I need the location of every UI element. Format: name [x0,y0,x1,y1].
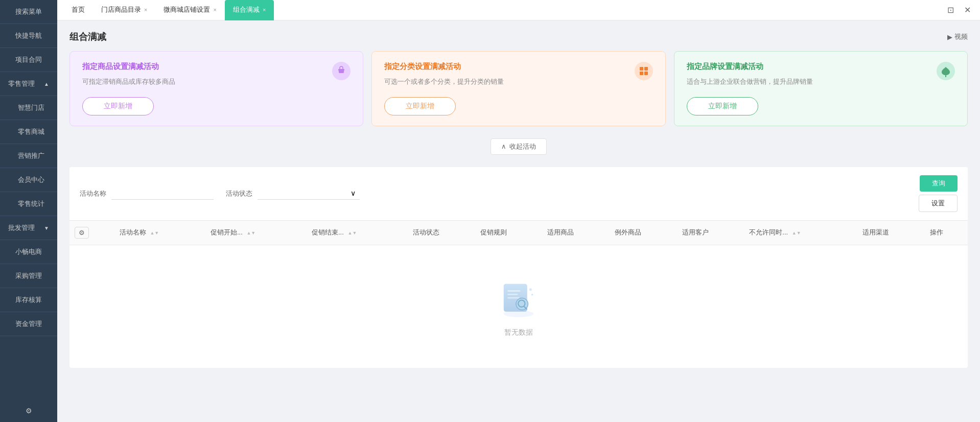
activity-name-input[interactable] [111,187,214,200]
sidebar-item-retail-stats[interactable]: 零售统计 [0,192,57,216]
search-form: 活动名称 活动状态 ∨ 查询 设置 [69,167,968,221]
sidebar-item-label: 快捷导航 [15,31,42,40]
tab-wechat-store-close[interactable]: × [213,7,216,13]
tab-combo-discount-close[interactable]: × [263,7,266,13]
category-card-add-button[interactable]: 立即新增 [384,97,456,115]
sidebar: 搜索菜单 快捷导航 项目合同 零售管理 ▲ 智慧门店 零售商城 营销推广 会员中… [0,0,57,422]
svg-rect-3 [644,67,648,71]
sidebar-item-project-contract[interactable]: 项目合同 [0,48,57,72]
tab-home-label: 首页 [72,5,85,14]
collapse-activity-button[interactable]: ∧ 收起活动 [491,138,547,155]
product-card-add-button[interactable]: 立即新增 [82,97,154,115]
sort-icon: ▲▼ [150,230,159,236]
activity-status-field: 活动状态 ∨ [226,187,360,200]
table-col-settings: ⚙ [69,221,114,245]
tab-store-catalog[interactable]: 门店商品目录 × [93,0,155,20]
col-no-concurrent-label: 不允许同时... [749,228,788,236]
category-activity-card: 指定分类设置满减活动 可选一个或者多个分类，提升分类的销量 立即新增 [371,51,665,126]
sort-icon: ▲▼ [347,230,357,236]
empty-text: 暂无数据 [80,328,958,337]
svg-rect-13 [507,297,519,298]
sidebar-settings[interactable]: ⚙ [0,400,57,422]
activity-cards: 指定商品设置满减活动 可指定滞销商品或库存较多商品 立即新增 指定分类设置满减活… [69,51,968,126]
tab-combo-discount[interactable]: 组合满减 × [225,0,274,20]
product-card-desc: 可指定滞销商品或库存较多商品 [82,77,351,87]
brand-card-add-button[interactable]: 立即新增 [687,97,758,115]
col-applicable-channel-label: 适用渠道 [862,228,889,236]
sidebar-item-retail-management[interactable]: 零售管理 ▲ [0,72,57,96]
sidebar-item-label: 零售管理 [8,79,35,88]
page-content: 组合满减 ▶ 视频 指定商品设置满减活动 可指定滞销商品或库存较多商品 [57,20,980,422]
col-promo-start-label: 促销开始... [211,228,243,236]
product-card-icon [332,62,351,84]
svg-rect-4 [640,72,643,75]
sidebar-item-retail-mall[interactable]: 零售商城 [0,120,57,144]
sidebar-item-label: 小畅电商 [15,247,42,256]
col-activity-status-label: 活动状态 [413,228,439,236]
table-col-promo-start: 促销开始... ▲▼ [205,221,307,245]
table-col-no-concurrent: 不允许同时... ▲▼ [744,221,857,245]
table-col-applicable-goods: 适用商品 [542,221,610,245]
sidebar-item-xiaochangec[interactable]: 小畅电商 [0,240,57,264]
sidebar-item-label: 批发管理 [8,223,35,232]
chevron-up-icon: ∧ [501,143,506,150]
sidebar-item-label: 零售商城 [18,127,44,136]
sidebar-item-marketing[interactable]: 营销推广 [0,144,57,168]
sidebar-item-fund-management[interactable]: 资金管理 [0,312,57,336]
query-button[interactable]: 查询 [920,175,958,192]
tab-wechat-store[interactable]: 微商城店铺设置 × [155,0,224,20]
col-activity-name-label: 活动名称 [120,228,146,236]
page-title: 组合满减 [69,31,106,43]
settings-button[interactable]: 设置 [919,195,958,212]
brand-card-icon [937,62,955,84]
data-table: ⚙ 活动名称 ▲▼ 促销开始... ▲▼ 促销结束... ▲▼ [69,221,968,368]
category-card-icon [635,62,653,84]
activity-name-label: 活动名称 [80,189,106,198]
table-col-activity-status: 活动状态 [408,221,475,245]
svg-rect-12 [507,294,518,295]
sidebar-item-label: 营销推广 [18,151,44,160]
table-col-excluded-goods: 例外商品 [610,221,677,245]
tab-home[interactable]: 首页 [63,0,93,20]
sidebar-item-member-center[interactable]: 会员中心 [0,168,57,192]
tab-bar: 首页 门店商品目录 × 微商城店铺设置 × 组合满减 × ⊡ ✕ [57,0,980,20]
sidebar-item-label: 会员中心 [18,175,44,184]
svg-rect-11 [507,290,520,292]
sidebar-item-inventory-calc[interactable]: 库存核算 [0,288,57,312]
tab-store-catalog-close[interactable]: × [144,7,147,13]
col-applicable-customer-label: 适用客户 [682,228,709,236]
empty-illustration [493,276,544,322]
sidebar-item-smart-store[interactable]: 智慧门店 [0,96,57,120]
play-circle-icon: ▶ [947,33,952,41]
sidebar-item-purchase-management[interactable]: 采购管理 [0,264,57,288]
sidebar-item-label: 零售统计 [18,199,44,208]
sidebar-item-label: 智慧门店 [18,103,44,112]
brand-card-title: 指定品牌设置满减活动 [687,62,955,72]
brand-card-desc: 适合与上游企业联合做营销，提升品牌销量 [687,77,955,87]
gear-icon: ⚙ [26,407,32,415]
sidebar-item-label: 项目合同 [15,55,42,64]
video-label: 视频 [954,32,968,41]
sidebar-item-wholesale-management[interactable]: 批发管理 ▼ [0,216,57,240]
window-close-button[interactable]: ✕ [961,3,974,17]
sort-icon: ▲▼ [792,230,801,236]
table-column-settings-button[interactable]: ⚙ [75,227,89,239]
activity-status-select[interactable]: ∨ [258,187,360,200]
activity-name-field: 活动名称 [80,187,214,200]
table-col-activity-name: 活动名称 ▲▼ [114,221,205,245]
main-area: 首页 门店商品目录 × 微商城店铺设置 × 组合满减 × ⊡ ✕ 组合满减 ▶ … [57,0,980,422]
sidebar-search[interactable]: 搜索菜单 [0,0,57,24]
video-link[interactable]: ▶ 视频 [947,32,968,41]
sidebar-item-quick-nav[interactable]: 快捷导航 [0,24,57,48]
search-and-table-wrapper: 活动名称 活动状态 ∨ 查询 设置 [69,167,968,368]
sidebar-item-label: 库存核算 [15,295,42,304]
window-restore-button[interactable]: ⊡ [944,3,957,17]
col-promo-end-label: 促销结束... [312,228,344,236]
category-card-desc: 可选一个或者多个分类，提升分类的销量 [384,77,652,87]
collapse-btn-label: 收起活动 [509,142,536,151]
search-actions: 查询 设置 [919,175,958,212]
sidebar-item-label: 采购管理 [15,271,42,280]
svg-point-18 [531,294,533,295]
tab-combo-discount-label: 组合满减 [233,5,260,14]
svg-point-1 [635,62,653,80]
